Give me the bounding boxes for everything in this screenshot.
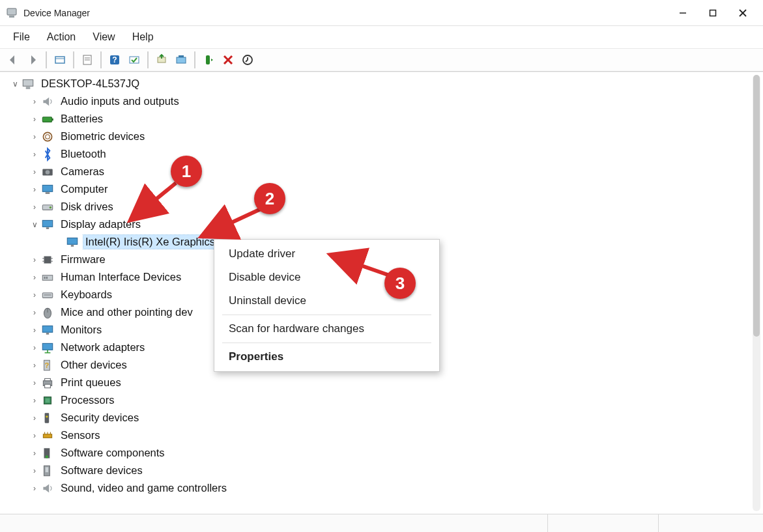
toolbar-separator (194, 51, 195, 68)
expand-icon[interactable]: › (29, 185, 40, 194)
network-icon (40, 341, 55, 355)
computer-icon (21, 77, 35, 91)
expand-icon[interactable]: › (29, 150, 40, 159)
properties-button[interactable] (78, 51, 96, 69)
expand-icon[interactable]: › (29, 484, 40, 493)
svg-rect-68 (46, 467, 48, 472)
svg-line-71 (334, 256, 390, 275)
expand-icon[interactable]: › (29, 449, 40, 458)
enable-device-button[interactable] (199, 51, 218, 69)
speaker-icon (40, 481, 55, 496)
help-button[interactable]: ? (106, 51, 124, 69)
bluetooth-icon (40, 147, 55, 161)
expand-icon[interactable]: › (29, 167, 40, 176)
tree-node-processors[interactable]: › Processors (5, 391, 751, 409)
tree-node-sensors[interactable]: › Sensors (5, 427, 751, 444)
expand-icon[interactable]: › (29, 413, 40, 423)
tree-node-label: Sensors (59, 428, 102, 442)
tree-node-print-queues[interactable]: › Print queues (5, 374, 751, 391)
expand-icon[interactable]: › (29, 308, 40, 317)
svg-point-66 (46, 455, 48, 458)
svg-point-25 (43, 132, 51, 141)
expand-icon[interactable]: › (29, 132, 40, 141)
status-segment (659, 514, 763, 532)
tree-node-security[interactable]: › Security devices (5, 409, 751, 427)
cm-scan-hardware[interactable]: Scan for hardware changes (214, 317, 439, 341)
scrollbar-thumb[interactable] (753, 75, 760, 337)
printer-icon (40, 376, 55, 390)
cm-properties[interactable]: Properties (214, 345, 439, 369)
tree-node-display-adapters[interactable]: ∨ Display adapters (5, 216, 751, 233)
svg-point-26 (46, 134, 50, 139)
add-legacy-button[interactable] (172, 51, 190, 69)
expand-icon[interactable]: › (29, 97, 40, 106)
security-icon (40, 411, 55, 425)
battery-icon (40, 112, 55, 126)
software-component-icon (40, 446, 55, 460)
menu-view[interactable]: View (86, 29, 121, 46)
tree-node-sound[interactable]: › Sound, video and game controllers (5, 479, 751, 497)
statusbar (0, 514, 763, 532)
tree-node-label: Audio inputs and outputs (59, 94, 181, 108)
sensor-icon (40, 428, 55, 443)
minimize-button[interactable] (668, 0, 698, 26)
annotation-badge-2: 2 (254, 183, 285, 214)
svg-rect-16 (179, 55, 184, 57)
disable-device-button[interactable] (238, 51, 257, 69)
show-hide-tree-button[interactable] (51, 51, 69, 69)
svg-point-28 (46, 170, 50, 175)
tree-node-software-devices[interactable]: › Software devices (5, 462, 751, 479)
expand-icon[interactable]: › (29, 255, 40, 264)
tree-node-batteries[interactable]: › Batteries (5, 110, 751, 128)
svg-text:?: ? (45, 361, 50, 369)
tree-root-row[interactable]: ∨ DESKTOP-4L537JQ (5, 75, 751, 92)
back-button[interactable] (4, 51, 22, 69)
svg-line-70 (205, 209, 261, 235)
expand-icon[interactable]: › (29, 431, 40, 440)
status-segment (548, 514, 659, 532)
collapse-icon[interactable]: ∨ (9, 79, 21, 89)
svg-rect-37 (44, 256, 51, 263)
annotation-badge-3: 3 (384, 268, 416, 299)
tree-node-biometric[interactable]: › Biometric devices (5, 128, 751, 145)
maximize-button[interactable] (698, 0, 728, 26)
menu-action[interactable]: Action (40, 29, 82, 46)
tree-node-bluetooth[interactable]: › Bluetooth (5, 145, 751, 163)
menu-help[interactable]: Help (126, 29, 160, 46)
svg-point-32 (50, 206, 51, 208)
tree-node-computer[interactable]: › Computer (5, 180, 751, 198)
expand-icon[interactable]: › (29, 361, 40, 370)
tree-node-disk-drives[interactable]: › Disk drives (5, 198, 751, 216)
expand-icon[interactable]: › (29, 115, 40, 124)
context-menu-separator (222, 343, 431, 343)
expand-icon[interactable]: › (29, 343, 40, 352)
scan-hardware-button[interactable] (125, 51, 143, 69)
monitor-icon (40, 182, 55, 197)
svg-text:?: ? (112, 55, 117, 64)
expand-icon[interactable]: › (29, 290, 40, 300)
expand-icon[interactable]: › (29, 466, 40, 475)
svg-rect-17 (206, 55, 210, 64)
speaker-icon (40, 94, 55, 109)
hid-icon (40, 270, 55, 285)
expand-icon[interactable]: › (29, 326, 40, 335)
update-driver-button[interactable] (152, 51, 171, 69)
tree-node-audio[interactable]: › Audio inputs and outputs (5, 92, 751, 110)
menu-file[interactable]: File (7, 29, 36, 46)
expand-icon[interactable]: › (29, 203, 40, 212)
tree-node-label: Software components (59, 446, 167, 460)
collapse-icon[interactable]: ∨ (29, 220, 40, 229)
expand-icon[interactable]: › (29, 378, 40, 387)
tree-node-label: Human Interface Devices (59, 270, 183, 284)
expand-icon[interactable]: › (29, 396, 40, 405)
close-button[interactable] (728, 0, 758, 26)
svg-rect-56 (45, 384, 51, 388)
annotation-badge-1: 1 (171, 156, 202, 187)
uninstall-device-button[interactable] (219, 51, 237, 69)
forward-button[interactable] (23, 51, 42, 69)
tree-node-software-components[interactable]: › Software components (5, 444, 751, 462)
tree-node-cameras[interactable]: › Cameras (5, 163, 751, 180)
vertical-scrollbar[interactable] (753, 75, 760, 511)
svg-rect-36 (71, 245, 74, 246)
expand-icon[interactable]: › (29, 273, 40, 282)
